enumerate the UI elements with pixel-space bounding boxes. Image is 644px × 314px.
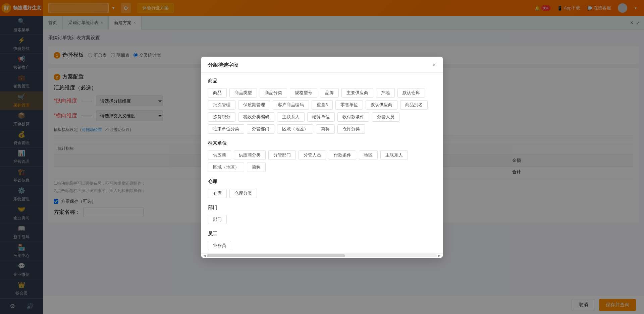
field-tag[interactable]: 区域（地区）: [277, 124, 313, 134]
field-tag[interactable]: 简称: [247, 163, 266, 172]
field-tag[interactable]: 主联系人: [380, 150, 408, 160]
field-tag[interactable]: 客户商品编码: [273, 100, 309, 110]
field-tag[interactable]: 分管人员: [372, 112, 399, 122]
field-tag[interactable]: 默认仓库: [397, 88, 425, 98]
field-tag[interactable]: 默认供应商: [366, 100, 397, 110]
field-group-部门: 部门部门: [208, 205, 436, 224]
field-tag[interactable]: 零售单位: [335, 100, 363, 110]
field-group-往来单位: 往来单位供应商供应商分类分管部门分管人员付款条件地区主联系人区域（地区）简称: [208, 140, 436, 172]
field-group-员工: 员工业务员: [208, 231, 436, 250]
modal-body: 商品商品商品类型商品分类规格型号品牌主要供应商产地默认仓库批次管理保质期管理客户…: [201, 73, 443, 254]
field-tag[interactable]: 仓库分类: [229, 189, 257, 198]
field-tag[interactable]: 拣货积分: [208, 112, 235, 122]
field-tag[interactable]: 往来单位分类: [208, 124, 244, 134]
field-tag[interactable]: 供应商分类: [234, 150, 266, 160]
modal-close-button[interactable]: ×: [432, 62, 436, 68]
field-tag[interactable]: 部门: [208, 215, 227, 224]
field-group-title: 商品: [208, 78, 436, 84]
modal-scrollbar: ◀ ▶: [201, 253, 443, 258]
field-tag[interactable]: 主联系人: [277, 112, 305, 122]
field-tag[interactable]: 税收分类编码: [238, 112, 274, 122]
field-group-title: 部门: [208, 205, 436, 211]
field-tags-往来单位: 供应商供应商分类分管部门分管人员付款条件地区主联系人区域（地区）简称: [208, 150, 436, 172]
field-tag[interactable]: 收付款条件: [337, 112, 369, 122]
field-tag[interactable]: 供应商: [208, 150, 231, 160]
field-tag[interactable]: 品牌: [320, 88, 339, 98]
field-tag[interactable]: 重量3: [312, 100, 333, 110]
scroll-thumb[interactable]: [207, 254, 345, 257]
field-group-title: 仓库: [208, 179, 436, 185]
field-group-title: 往来单位: [208, 140, 436, 146]
field-tag[interactable]: 商品类型: [229, 88, 257, 98]
field-tag[interactable]: 商品别名: [400, 100, 428, 110]
field-group-title: 员工: [208, 231, 436, 237]
modal-field-picker: 分组待选字段 × 商品商品商品类型商品分类规格型号品牌主要供应商产地默认仓库批次…: [201, 57, 443, 258]
field-tag[interactable]: 产地: [376, 88, 395, 98]
field-group-商品: 商品商品商品类型商品分类规格型号品牌主要供应商产地默认仓库批次管理保质期管理客户…: [208, 78, 436, 134]
scroll-right-arrow[interactable]: ▶: [437, 254, 441, 257]
modal-header: 分组待选字段 ×: [201, 57, 443, 73]
field-tag[interactable]: 批次管理: [208, 100, 235, 110]
field-tag[interactable]: 分管部门: [268, 150, 296, 160]
field-group-仓库: 仓库仓库仓库分类: [208, 179, 436, 198]
field-tag[interactable]: 主要供应商: [341, 88, 373, 98]
modal-title: 分组待选字段: [208, 62, 238, 68]
scroll-track: [207, 254, 437, 257]
field-tag[interactable]: 商品分类: [260, 88, 287, 98]
field-tag[interactable]: 仓库分类: [337, 124, 365, 134]
field-tag[interactable]: 结算单位: [307, 112, 335, 122]
field-tags-商品: 商品商品类型商品分类规格型号品牌主要供应商产地默认仓库批次管理保质期管理客户商品…: [208, 88, 436, 134]
field-tag[interactable]: 业务员: [208, 241, 231, 250]
field-tag[interactable]: 区域（地区）: [208, 163, 244, 172]
scroll-left-arrow[interactable]: ◀: [203, 254, 207, 257]
field-tag[interactable]: 分管部门: [247, 124, 274, 134]
field-tags-部门: 部门: [208, 215, 436, 224]
field-tag[interactable]: 地区: [359, 150, 378, 160]
field-tags-仓库: 仓库仓库分类: [208, 189, 436, 198]
field-tag[interactable]: 仓库: [208, 189, 227, 198]
field-tag[interactable]: 付款条件: [329, 150, 356, 160]
field-tags-员工: 业务员: [208, 241, 436, 250]
field-tag[interactable]: 规格型号: [290, 88, 317, 98]
field-tag[interactable]: 简称: [316, 124, 335, 134]
field-tag[interactable]: 分管人员: [299, 150, 326, 160]
field-tag[interactable]: 保质期管理: [238, 100, 270, 110]
field-tag[interactable]: 商品: [208, 88, 227, 98]
